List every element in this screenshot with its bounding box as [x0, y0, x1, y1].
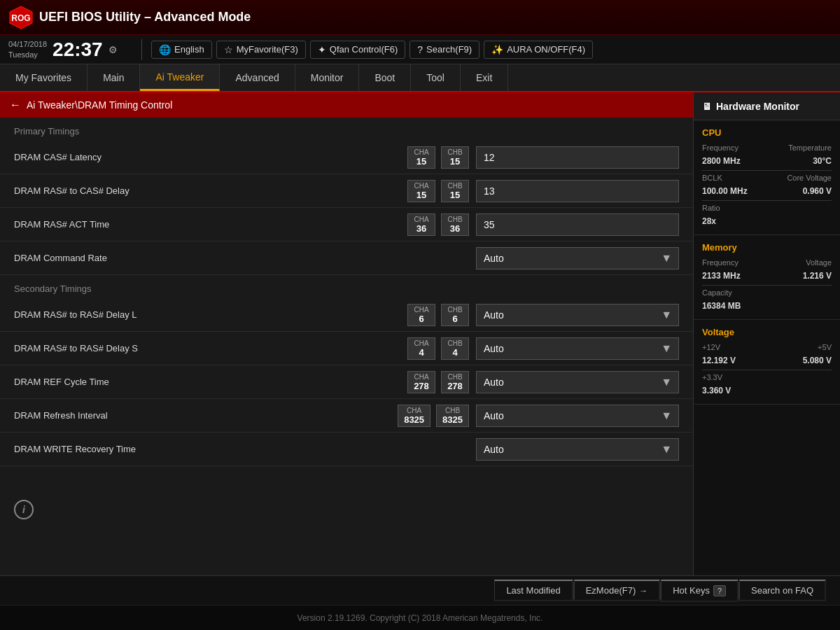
- date-display: 04/17/2018 Tuesday: [8, 39, 47, 59]
- cpu-temperature-label: Temperature: [788, 144, 832, 152]
- aura-button[interactable]: ✨ AURA ON/OFF(F4): [484, 41, 593, 59]
- myfavorite-button[interactable]: ☆ MyFavorite(F3): [216, 41, 306, 59]
- breadcrumb: ← Ai Tweaker\DRAM Timing Control: [0, 92, 693, 118]
- cpu-section-title: CPU: [702, 127, 832, 138]
- tab-tool[interactable]: Tool: [411, 64, 461, 91]
- dram-ras-ras-delay-s-label: DRAM RAS# to RAS# Delay S: [14, 343, 210, 354]
- language-button[interactable]: 🌐 English: [151, 41, 212, 59]
- settings-icon[interactable]: ⚙: [108, 44, 118, 55]
- memory-frequency-value: 2133 MHz: [702, 271, 741, 281]
- monitor-icon: 🖥: [702, 101, 712, 112]
- ras-ras-l-chb-badge: CHB 6: [441, 304, 469, 326]
- search-icon: ?: [417, 44, 423, 55]
- fan-icon: ✦: [318, 44, 326, 55]
- cas-chb-badge: CHB 15: [441, 146, 469, 169]
- dram-ras-act-time-input[interactable]: [476, 214, 679, 236]
- tab-monitor[interactable]: Monitor: [295, 64, 360, 91]
- ras-ras-l-channel-group: CHA 6 CHB 6: [407, 304, 469, 326]
- cpu-divider-2: [702, 200, 832, 201]
- last-modified-button[interactable]: Last Modified: [494, 580, 573, 601]
- hotkeys-key-badge: ?: [713, 585, 726, 596]
- aura-icon: ✨: [491, 44, 503, 55]
- star-icon: ☆: [224, 44, 233, 55]
- voltage-12v-label: +12V: [702, 343, 720, 351]
- dram-ras-act-time-row: DRAM RAS# ACT Time CHA 36 CHB 36: [0, 208, 693, 241]
- dram-cas-latency-row: DRAM CAS# Latency CHA 15 CHB 15: [0, 141, 693, 174]
- cpu-frequency-value: 2800 MHz: [702, 156, 741, 166]
- hotkeys-button[interactable]: Hot Keys ?: [661, 580, 738, 602]
- cpu-ratio-row: Ratio: [702, 204, 832, 212]
- voltage-5v-label: +5V: [818, 343, 832, 351]
- ras-act-chb-badge: CHB 36: [441, 214, 469, 236]
- ras-ras-l-cha-badge: CHA 6: [407, 304, 435, 326]
- dram-cas-latency-label: DRAM CAS# Latency: [14, 152, 210, 162]
- tab-my-favorites[interactable]: My Favorites: [0, 64, 88, 91]
- dram-refresh-interval-row: DRAM Refresh Interval CHA 8325 CHB 8325 …: [0, 399, 693, 433]
- search-faq-button[interactable]: Search on FAQ: [739, 580, 826, 601]
- hw-monitor-title: 🖥 Hardware Monitor: [694, 92, 840, 120]
- dram-command-rate-label: DRAM Command Rate: [14, 253, 210, 263]
- tab-ai-tweaker[interactable]: Ai Tweaker: [140, 64, 220, 91]
- nav-bar: My Favorites Main Ai Tweaker Advanced Mo…: [0, 64, 840, 92]
- ras-ras-s-cha-badge: CHA 4: [407, 337, 435, 360]
- tab-main[interactable]: Main: [88, 64, 140, 91]
- dram-write-recovery-time-select[interactable]: Auto: [476, 438, 679, 461]
- ras-ras-l-select-wrapper: Auto ▼: [476, 304, 679, 326]
- cpu-frequency-row: Frequency Temperature: [702, 144, 832, 152]
- voltage-33-row: +3.3V: [702, 373, 832, 382]
- cpu-bclk-value-row: 100.00 MHz 0.960 V: [702, 186, 832, 196]
- memory-capacity-label: Capacity: [702, 288, 732, 297]
- ezmode-button[interactable]: EzMode(F7) →: [574, 580, 661, 601]
- cas-cha-badge: CHA 15: [407, 146, 435, 169]
- voltage-section-title: Voltage: [702, 327, 832, 337]
- dram-ras-act-time-label: DRAM RAS# ACT Time: [14, 219, 210, 230]
- dram-ras-cas-delay-row: DRAM RAS# to CAS# Delay CHA 15 CHB 15: [0, 174, 693, 208]
- ras-ras-s-select-wrapper: Auto ▼: [476, 337, 679, 360]
- ezmode-arrow-icon: →: [639, 586, 648, 596]
- voltage-12v-value: 12.192 V: [702, 356, 736, 365]
- dram-ref-cycle-time-row: DRAM REF Cycle Time CHA 278 CHB 278 Auto…: [0, 365, 693, 399]
- cpu-ratio-value-row: 28x: [702, 216, 832, 226]
- dram-write-recovery-time-label: DRAM WRITE Recovery Time: [14, 444, 210, 454]
- logo-area: ROG UEFI BIOS Utility – Advanced Mode: [8, 5, 251, 30]
- footer-bottom: Version 2.19.1269. Copyright (C) 2018 Am…: [0, 605, 840, 630]
- dram-command-rate-select[interactable]: Auto 1T 2T: [476, 247, 679, 270]
- cpu-divider-1: [702, 170, 832, 171]
- memory-divider-1: [702, 285, 832, 286]
- memory-capacity-value: 16384 MB: [702, 301, 741, 311]
- tab-advanced[interactable]: Advanced: [220, 64, 295, 91]
- dram-ras-ras-delay-s-select[interactable]: Auto: [476, 337, 679, 360]
- voltage-33-value-row: 3.360 V: [702, 386, 832, 396]
- dram-ras-ras-delay-l-select[interactable]: Auto: [476, 304, 679, 326]
- voltage-5v-value: 5.080 V: [803, 356, 832, 365]
- dram-cas-latency-input[interactable]: [476, 146, 679, 169]
- memory-frequency-row: Frequency Voltage: [702, 258, 832, 267]
- footer-top: Last Modified EzMode(F7) → Hot Keys ? Se…: [0, 575, 840, 605]
- dram-refresh-interval-select[interactable]: Auto: [476, 405, 679, 427]
- memory-section-title: Memory: [702, 242, 832, 253]
- ref-cycle-channel-group: CHA 278 CHB 278: [407, 371, 469, 393]
- ras-cas-channel-group: CHA 15 CHB 15: [407, 180, 469, 202]
- info-icon[interactable]: i: [14, 500, 34, 519]
- top-bar: ROG UEFI BIOS Utility – Advanced Mode: [0, 0, 840, 35]
- write-recovery-select-wrapper: Auto ▼: [476, 438, 679, 461]
- dram-ref-cycle-time-select[interactable]: Auto: [476, 371, 679, 393]
- back-arrow-icon[interactable]: ←: [10, 99, 21, 111]
- tab-boot[interactable]: Boot: [359, 64, 411, 91]
- search-button[interactable]: ? Search(F9): [410, 41, 479, 59]
- page-title: UEFI BIOS Utility – Advanced Mode: [39, 10, 251, 24]
- dram-command-rate-select-wrapper: Auto 1T 2T ▼: [476, 247, 679, 270]
- cpu-bclk-value: 100.00 MHz: [702, 186, 748, 196]
- qfan-button[interactable]: ✦ Qfan Control(F6): [310, 41, 406, 59]
- memory-capacity-value-row: 16384 MB: [702, 301, 832, 311]
- refresh-interval-chb-badge: CHB 8325: [436, 405, 469, 427]
- dram-ras-cas-delay-input[interactable]: [476, 180, 679, 202]
- refresh-interval-channel-group: CHA 8325 CHB 8325: [398, 405, 469, 427]
- tab-exit[interactable]: Exit: [461, 64, 508, 91]
- ras-ras-s-channel-group: CHA 4 CHB 4: [407, 337, 469, 360]
- hardware-monitor-panel: 🖥 Hardware Monitor CPU Frequency Tempera…: [693, 92, 840, 575]
- cpu-bclk-row: BCLK Core Voltage: [702, 174, 832, 182]
- main-layout: ← Ai Tweaker\DRAM Timing Control Primary…: [0, 92, 840, 575]
- dram-ras-ras-delay-s-row: DRAM RAS# to RAS# Delay S CHA 4 CHB 4 Au…: [0, 332, 693, 365]
- dram-refresh-interval-label: DRAM Refresh Interval: [14, 410, 210, 421]
